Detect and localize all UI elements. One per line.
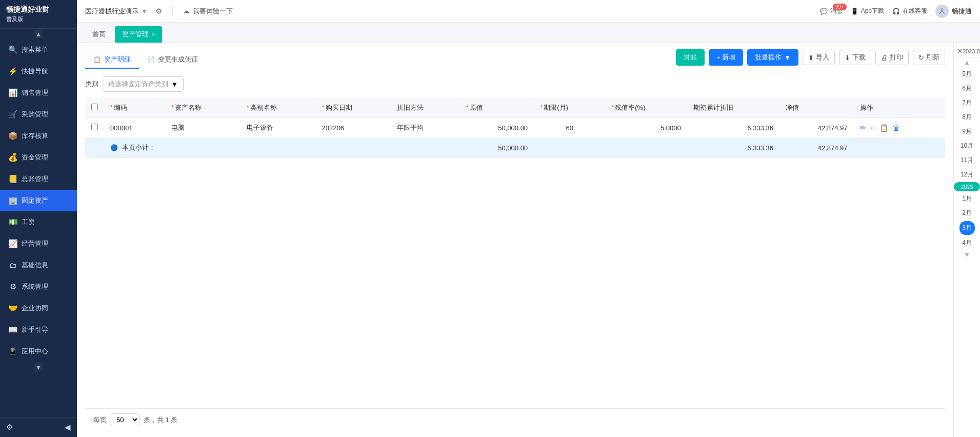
copy-icon-0[interactable]: ⧉ — [870, 124, 875, 132]
content-area: 📋 资产明细 📄 变更生成凭证 对账 + 新增 批量操作 ▼ ⬆ — [77, 43, 980, 437]
th-name: *资产名称 — [165, 98, 241, 118]
collapse-icon[interactable]: ◀ — [65, 423, 71, 432]
sidebar-item-fixed-assets[interactable]: 🏢固定资产 — [0, 190, 77, 211]
sub-tab-generate-voucher[interactable]: 📄 变更生成凭证 — [139, 51, 206, 69]
tab-close-icon[interactable]: × — [152, 31, 155, 37]
sidebar-item-purchase[interactable]: 🛒采购管理 — [0, 104, 77, 125]
sidebar-item-operation[interactable]: 📈经营管理 — [0, 233, 77, 254]
month-2月[interactable]: 2月 — [954, 206, 980, 220]
message-button[interactable]: 💬 消息 99+ — [820, 7, 843, 15]
tab-asset-management[interactable]: 资产管理 × — [115, 26, 162, 43]
cell-initial-accumulated-0: 6,333.36 — [687, 118, 779, 138]
category-select-chevron: ▼ — [171, 81, 178, 88]
tab-home-label: 首页 — [92, 30, 106, 39]
download-icon: 📱 — [851, 8, 858, 15]
operation-icon: 📈 — [8, 239, 17, 248]
delete-icon-0[interactable]: 🗑 — [892, 124, 899, 132]
generate-voucher-icon: 📄 — [147, 56, 155, 63]
timeline-scroll-down[interactable]: ▼ — [963, 250, 971, 260]
sidebar-item-app-center[interactable]: 📱应用中心 — [0, 341, 77, 362]
month-3月[interactable]: 3月 — [959, 221, 975, 235]
sidebar-item-quick-nav-label: 快捷导航 — [22, 67, 48, 76]
subtotal-row: 🔵 本页小计： 50,000.00 6,333.36 42,874.97 — [85, 138, 945, 158]
current-year-badge[interactable]: 2023 — [954, 182, 980, 191]
sidebar-item-quick-nav[interactable]: ⚡快捷导航 — [0, 61, 77, 82]
sidebar-scroll-up[interactable]: ▲ — [34, 30, 43, 38]
sidebar-item-salary[interactable]: 💵工资 — [0, 211, 77, 233]
sidebar-item-enterprise[interactable]: 🤝企业协同 — [0, 297, 77, 319]
sidebar-item-sales[interactable]: 📊销售管理 — [0, 82, 77, 104]
download-button[interactable]: ⬇ 下载 — [839, 50, 871, 65]
month-6月[interactable]: 6月 — [954, 82, 980, 95]
batch-button[interactable]: 批量操作 ▼ — [747, 49, 798, 66]
sidebar-item-base-info[interactable]: 🗂基础信息 — [0, 254, 77, 276]
inventory-icon: 📦 — [8, 131, 17, 141]
sidebar-bottom: ⚙ ◀ — [0, 417, 77, 437]
subtotal-label: 本页小计： — [122, 144, 155, 151]
sub-tab-asset-detail-label: 资产明细 — [104, 55, 131, 64]
sidebar-item-search[interactable]: 🔍搜索菜单 — [0, 39, 77, 61]
company-selector[interactable]: 医疗器械行业演示 ▼ — [85, 7, 147, 16]
company-gear-icon[interactable]: ⚙ — [155, 7, 162, 16]
right-panel-close-icon[interactable]: ✕ — [957, 47, 963, 55]
month-12月[interactable]: 12月 — [954, 168, 980, 182]
user-menu[interactable]: 人 畅捷通 — [935, 5, 972, 18]
th-action: 操作 — [854, 98, 946, 118]
user-avatar: 人 — [935, 5, 949, 18]
enterprise-icon: 🤝 — [8, 304, 17, 313]
row-checkbox-0[interactable] — [91, 124, 98, 130]
month-4月[interactable]: 4月 — [954, 236, 980, 250]
month-9月[interactable]: 9月 — [954, 125, 980, 138]
sub-tab-asset-detail[interactable]: 📋 资产明细 — [85, 51, 139, 69]
message-icon: 💬 — [820, 8, 828, 15]
print-icon: 🖨 — [881, 54, 888, 62]
month-5月[interactable]: 5月 — [954, 67, 980, 81]
month-1月[interactable]: 1月 — [954, 192, 980, 206]
sub-tab-generate-voucher-label: 变更生成凭证 — [158, 55, 198, 64]
cell-purchase-date-0: 202206 — [316, 118, 391, 138]
system-icon: ⚙ — [8, 282, 17, 291]
sidebar-item-app-center-label: 应用中心 — [22, 347, 48, 356]
settings-icon[interactable]: ⚙ — [6, 423, 13, 432]
sidebar-item-enterprise-label: 企业协同 — [22, 304, 48, 313]
per-page-select[interactable]: 50 10 20 100 — [111, 413, 139, 426]
select-all-header — [85, 98, 104, 118]
sidebar-scroll-down[interactable]: ▼ — [34, 363, 43, 371]
per-page-label: 每页 — [93, 415, 107, 425]
purchase-icon: 🛒 — [8, 110, 17, 119]
filter-toolbar: 类别 请选择固定资产类别 ▼ — [85, 76, 945, 92]
topbar-divider — [172, 6, 173, 16]
subtotal-period — [534, 138, 605, 158]
sidebar-item-guide[interactable]: 📖新手引导 — [0, 319, 77, 341]
filter-label: 类别 — [85, 80, 98, 89]
print-button[interactable]: 🖨 打印 — [875, 50, 909, 65]
subtotal-icon: 🔵 — [110, 144, 118, 151]
sidebar-item-inventory[interactable]: 📦库存核算 — [0, 125, 77, 147]
timeline-scroll-up[interactable]: ▲ — [963, 57, 971, 67]
select-all-checkbox[interactable] — [91, 104, 98, 110]
month-7月[interactable]: 7月 — [954, 96, 980, 110]
reconcile-button[interactable]: 对账 — [676, 49, 705, 66]
right-panel: ✕ 2023.03 ⤢ ▲ 5月6月7月8月9月10月11月12月20231月2… — [953, 43, 980, 437]
ledger-icon: 📒 — [8, 174, 17, 184]
edit-icon-0[interactable]: ✏ — [860, 124, 866, 132]
app-download-button[interactable]: 📱 App下载 — [851, 7, 884, 15]
month-10月[interactable]: 10月 — [954, 139, 980, 153]
sidebar-item-system[interactable]: ⚙系统管理 — [0, 276, 77, 297]
tab-home[interactable]: 首页 — [85, 26, 113, 43]
sidebar-item-ledger[interactable]: 📒总账管理 — [0, 168, 77, 190]
sidebar-item-guide-label: 新手引导 — [22, 325, 48, 334]
online-service-button[interactable]: 🎧 在线客服 — [892, 7, 927, 15]
asset-table: *编码 *资产名称 *类别名称 *购买日期 折旧方法 *原值 *期限(月) *残… — [85, 98, 945, 158]
refresh-button[interactable]: ↻ 刷新 — [913, 50, 945, 65]
subtotal-initial-accumulated: 6,333.36 — [687, 138, 779, 158]
clone-icon-0[interactable]: 📋 — [879, 124, 888, 132]
experience-button[interactable]: ☁ 我要体验一下 — [183, 7, 233, 16]
new-button[interactable]: + 新增 — [709, 49, 743, 66]
month-11月[interactable]: 11月 — [954, 153, 980, 167]
category-select[interactable]: 请选择固定资产类别 ▼ — [103, 76, 184, 92]
month-8月[interactable]: 8月 — [954, 110, 980, 124]
subtotal-residual-rate — [605, 138, 687, 158]
sidebar-item-fund[interactable]: 💰资金管理 — [0, 147, 77, 168]
import-button[interactable]: ⬆ 导入 — [803, 50, 835, 65]
